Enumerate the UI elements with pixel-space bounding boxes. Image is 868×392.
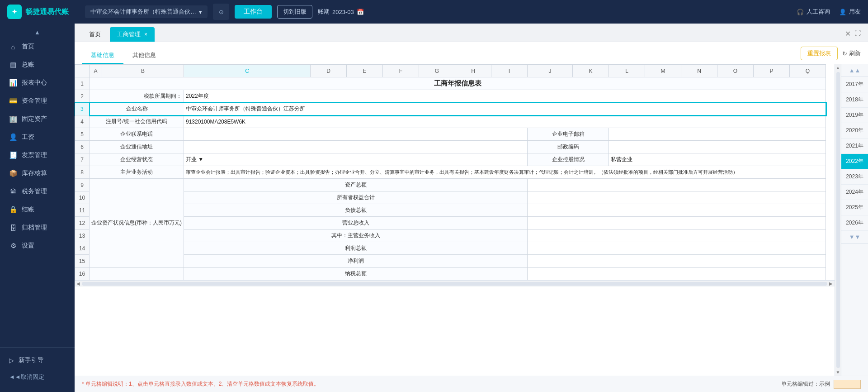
page-body: 基础信息 其他信息 重置报表 ↻ 刷新 (75, 42, 868, 392)
year-item-2024[interactable]: 2024年 (841, 185, 868, 200)
sidebar-item-archive[interactable]: 🗄 归档管理 (0, 219, 75, 237)
company-selector[interactable]: 中审众环会计师事务所（特殊普通合伙… ▾ (85, 5, 208, 18)
sidebar-unpin[interactable]: ◄◄取消固定 (0, 369, 75, 385)
tab-expand-icon[interactable]: ⛶ (854, 29, 861, 38)
scroll-right-arrow[interactable]: ▶ (829, 281, 833, 286)
col-header-e: E (347, 65, 383, 77)
col-header-b: B (102, 65, 184, 77)
year-item-2017[interactable]: 2017年 (841, 77, 868, 92)
service-item[interactable]: 🎧 人工咨询 (797, 8, 830, 16)
year-item-2020[interactable]: 2020年 (841, 123, 868, 139)
tab-home[interactable]: 首页 (82, 27, 108, 42)
tab-bar: 首页 工商管理 × ✕ ⛶ (75, 24, 868, 42)
sidebar-settings-label: 设置 (22, 242, 34, 250)
sidebar-item-settings[interactable]: ⚙ 设置 (0, 237, 75, 255)
col-header-c: C (184, 65, 311, 77)
sidebar-item-capital[interactable]: 💳 资金管理 (0, 92, 75, 110)
corner-header (75, 65, 90, 77)
close-accounts-icon: 🔒 (9, 206, 17, 214)
archive-icon: 🗄 (9, 224, 17, 232)
calendar-icon[interactable]: 📅 (357, 9, 364, 15)
col-header-a: A (90, 65, 102, 77)
hscroll-track[interactable] (82, 282, 827, 286)
tab-close-icon[interactable]: × (144, 31, 147, 38)
year-item-2019[interactable]: 2019年 (841, 108, 868, 123)
cell-edited-label: 单元格编辑过：示例 (781, 380, 830, 388)
sidebar-item-home[interactable]: ⌂ 首页 (0, 38, 75, 56)
col-header-row: A B C D E F G H I J (75, 65, 826, 77)
sub-tabs-right: 重置报表 ↻ 刷新 (801, 47, 861, 64)
tab-gongshang-label: 工商管理 (117, 30, 141, 38)
newhand-icon: ▷ (9, 357, 14, 364)
year-scroll-up[interactable]: ▲▲ (841, 64, 868, 77)
sidebar-close-label: 结账 (22, 206, 34, 214)
sidebar-item-inventory[interactable]: 📦 库存核算 (0, 164, 75, 182)
unpin-label: ◄◄取消固定 (9, 373, 44, 381)
outer-main: 首页 工商管理 × ✕ ⛶ 基础信息 (75, 24, 868, 392)
invoice-icon: 🧾 (9, 151, 17, 159)
year-scroll-down[interactable]: ▼▼ (841, 231, 868, 244)
company-name: 中审众环会计师事务所（特殊普通合伙… (90, 8, 196, 16)
user-item[interactable]: 👤 用友 (839, 8, 861, 16)
sidebar-item-ledger[interactable]: ▤ 总账 (0, 56, 75, 74)
col-header-g: G (419, 65, 455, 77)
sample-cell (834, 380, 861, 389)
old-version-button[interactable]: 切到旧版 (277, 5, 312, 19)
scroll-down-arrow[interactable]: ▼ (836, 370, 840, 375)
year-item-2023[interactable]: 2023年 (841, 169, 868, 185)
tab-gongshang[interactable]: 工商管理 × (110, 27, 155, 42)
year-panel: ▲▲ 2017年 2018年 2019年 2020年 2021年 2022年 2… (841, 64, 868, 376)
company-copy-button[interactable]: ⊙ (213, 4, 229, 20)
table-row: 5 企业联系电话 企业电子邮箱 (75, 128, 826, 141)
sidebar-scroll-up[interactable]: ▲ (0, 27, 75, 38)
reset-report-button[interactable]: 重置报表 (801, 47, 838, 60)
sidebar-item-tax[interactable]: 🏛 税务管理 (0, 182, 75, 201)
year-item-2026[interactable]: 2026年 (841, 215, 868, 231)
tax-icon: 🏛 (9, 188, 17, 196)
sidebar-item-assets[interactable]: 🏢 固定资产 (0, 110, 75, 128)
tab-close-window-icon[interactable]: ✕ (845, 29, 851, 38)
scroll-up-arrow[interactable]: ▲ (836, 65, 840, 70)
table-row: 7 企业经营状态 开业 ▼ 企业控股情况 私营企业 (75, 153, 826, 166)
subtab-other[interactable]: 其他信息 (123, 48, 165, 64)
col-header-f: F (383, 65, 419, 77)
spreadsheet-area: A B C D E F G H I J (75, 64, 868, 376)
table-row: 3 企业名称 中审众环会计师事务所（特殊普通合伙）江苏分所 (75, 103, 826, 115)
sidebar-bottom: ▷ 新手引导 ◄◄取消固定 (0, 347, 75, 388)
year-item-2022[interactable]: 2022年 (841, 154, 868, 169)
user-label: 用友 (849, 8, 861, 16)
table-row: 14 利润总额 (75, 242, 826, 255)
sidebar-newhand[interactable]: ▷ 新手引导 (0, 351, 75, 369)
sidebar-item-invoice[interactable]: 🧾 发票管理 (0, 146, 75, 164)
period-label: 账期 (318, 8, 330, 16)
scroll-left-arrow[interactable]: ◀ (76, 281, 80, 286)
horizontal-scrollbar[interactable]: ◀ ▶ (75, 280, 835, 287)
year-item-2018[interactable]: 2018年 (841, 92, 868, 108)
workbench-button[interactable]: 工作台 (235, 5, 272, 19)
sidebar-assets-label: 固定资产 (22, 115, 47, 123)
sheet-main[interactable]: A B C D E F G H I J (75, 64, 835, 376)
ledger-icon: ▤ (9, 61, 17, 69)
table-row: 2 税款所属期间： 2022年度 (75, 90, 826, 103)
sidebar-item-report[interactable]: 📊 报表中心 (0, 74, 75, 92)
table-row: 4 注册号/统一社会信用代码 91320100MA208E5W6K (75, 115, 826, 128)
sub-tabs-left: 基础信息 其他信息 (82, 48, 165, 63)
topbar-right: 🎧 人工咨询 👤 用友 (797, 8, 861, 16)
table-row: 10 所有者权益合计 (75, 191, 826, 204)
year-item-2025[interactable]: 2025年 (841, 200, 868, 215)
logo-icon: ✦ (7, 5, 22, 19)
table-row: 9 企业资产状况信息(币种：人民币万元) 资产总额 (75, 179, 826, 191)
main-content: 首页 工商管理 × ✕ ⛶ 基础信息 (75, 24, 868, 392)
vertical-scrollbar[interactable]: ▲ ▼ (835, 64, 841, 376)
subtab-basic[interactable]: 基础信息 (82, 48, 123, 64)
sidebar-ledger-label: 总账 (22, 61, 34, 69)
app-logo: ✦ 畅捷通易代账 (7, 5, 80, 19)
sidebar-item-salary[interactable]: 👤 工资 (0, 128, 75, 146)
year-item-2021[interactable]: 2021年 (841, 139, 868, 154)
sidebar-item-close[interactable]: 🔒 结账 (0, 201, 75, 219)
col-header-j: J (528, 65, 573, 77)
sub-tabs: 基础信息 其他信息 重置报表 ↻ 刷新 (75, 42, 868, 64)
table-row: 13 其中：主营业务收入 (75, 229, 826, 242)
company-dropdown-icon: ▾ (199, 9, 202, 15)
refresh-button[interactable]: ↻ 刷新 (842, 49, 861, 57)
